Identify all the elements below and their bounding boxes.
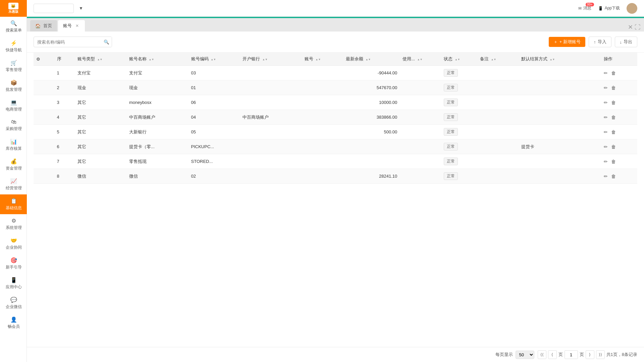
user-avatar[interactable] — [627, 3, 637, 14]
col-bank-sort[interactable]: ▲▼ — [262, 58, 268, 61]
col-note-sort[interactable]: ▲▼ — [491, 58, 496, 61]
col-code[interactable]: 账号编码 ▲▼ — [189, 53, 240, 66]
col-type-sort[interactable]: ▲▼ — [97, 58, 103, 61]
delete-button[interactable]: 🗑 — [611, 129, 616, 135]
col-balance-sort[interactable]: ▲▼ — [366, 58, 371, 61]
sidebar-item-enterprise-agreement[interactable]: 🤝 企业协同 — [0, 234, 27, 254]
per-page-select[interactable]: 50 10 20 100 — [516, 351, 534, 359]
topbar-dropdown[interactable]: ▼ — [79, 6, 83, 11]
edit-button[interactable]: ✏ — [604, 100, 608, 105]
edit-button[interactable]: ✏ — [604, 115, 608, 120]
table-row: 8 微信 微信 02 28241.10 正常 ✏ 🗑 — [34, 169, 637, 184]
message-icon: ✉ — [578, 6, 582, 11]
footer: 每页显示 50 10 20 100 ⟨⟨ ⟨ 页 页 ⟩ ⟩⟩ 共1页，8条记录 — [27, 347, 644, 362]
delete-button[interactable]: 🗑 — [611, 174, 616, 179]
edit-button[interactable]: ✏ — [604, 129, 608, 135]
row-balance: 10000.00 — [343, 95, 400, 110]
row-type: 其它 — [75, 125, 126, 139]
tab-close-all-icon[interactable]: ✕ — [628, 23, 633, 31]
sidebar-item-new-guide[interactable]: 🎯 新手引导 — [0, 254, 27, 274]
row-use — [400, 125, 441, 139]
col-bank[interactable]: 开户银行 ▲▼ — [240, 53, 302, 66]
edit-button[interactable]: ✏ — [604, 174, 608, 179]
last-page-button[interactable]: ⟩⟩ — [596, 350, 605, 359]
col-status-label: 状态 — [444, 56, 452, 61]
col-default-settlement[interactable]: 默认结算方式 ▲▼ — [519, 53, 601, 66]
operations-mgmt-icon: 📈 — [10, 178, 17, 184]
sidebar-item-member[interactable]: 👤 畅会员 — [0, 313, 27, 333]
row-balance: -90444.00 — [343, 66, 400, 80]
edit-button[interactable]: ✏ — [604, 159, 608, 164]
col-name-sort[interactable]: ▲▼ — [149, 58, 154, 61]
row-use — [400, 66, 441, 80]
edit-button[interactable]: ✏ — [604, 70, 608, 76]
col-default-settlement-sort[interactable]: ▲▼ — [550, 58, 555, 61]
col-use-sort[interactable]: ▲▼ — [417, 58, 423, 61]
sidebar-item-purchase-mgmt[interactable]: 🛍 采购管理 — [0, 116, 27, 135]
sidebar-item-app-center[interactable]: 📱 应用中心 — [0, 274, 27, 293]
app-download-button[interactable]: 📱 App下载 — [598, 5, 620, 11]
app-download-icon: 📱 — [598, 6, 603, 11]
col-use[interactable]: 使用... ▲▼ — [400, 53, 441, 66]
delete-button[interactable]: 🗑 — [611, 144, 616, 149]
next-page-button[interactable]: ⟩ — [586, 350, 594, 359]
delete-button[interactable]: 🗑 — [611, 115, 616, 120]
tab-home[interactable]: 🏠 首页 — [30, 20, 57, 32]
col-account[interactable]: 账号 ▲▼ — [302, 53, 343, 66]
sidebar-item-system-mgmt[interactable]: ⚙ 系统管理 — [0, 214, 27, 234]
import-button[interactable]: ↑ 导入 — [589, 37, 611, 47]
sidebar-item-ecommerce-mgmt[interactable]: 💻 电商管理 — [0, 96, 27, 116]
row-account — [302, 125, 343, 139]
col-balance-label: 最新余额 — [346, 56, 363, 61]
search-input[interactable] — [34, 40, 101, 45]
delete-button[interactable]: 🗑 — [611, 100, 616, 105]
prev-page-button[interactable]: ⟨ — [548, 350, 557, 359]
sidebar-item-finance-mgmt[interactable]: 💰 资金管理 — [0, 155, 27, 175]
row-name: 提货卡（零... — [126, 139, 189, 154]
page-input[interactable] — [565, 350, 578, 359]
col-status-sort[interactable]: ▲▼ — [455, 58, 460, 61]
sidebar-item-search-menu[interactable]: 🔍 搜索菜单 — [0, 17, 27, 37]
sidebar-item-enterprise-wechat[interactable]: 💬 企业微信 — [0, 293, 27, 313]
first-page-button[interactable]: ⟨⟨ — [538, 350, 546, 359]
search-button[interactable]: 🔍 — [101, 37, 112, 47]
col-note[interactable]: 备注 ▲▼ — [477, 53, 519, 66]
edit-button[interactable]: ✏ — [604, 144, 608, 149]
sidebar-item-retail-mgmt[interactable]: 🛒 零售管理 — [0, 56, 27, 76]
delete-button[interactable]: 🗑 — [611, 70, 616, 76]
export-button[interactable]: ↓ 导出 — [615, 37, 638, 47]
row-account — [302, 66, 343, 80]
tab-account[interactable]: 账号 ✕ — [58, 20, 85, 32]
row-default-settlement — [519, 125, 601, 139]
col-account-sort[interactable]: ▲▼ — [316, 58, 321, 61]
col-name[interactable]: 账号名称 ▲▼ — [126, 53, 189, 66]
enterprise-wechat-icon: 💬 — [10, 297, 17, 303]
tab-expand-icon[interactable]: ⛶ — [635, 24, 641, 31]
topbar-search-input[interactable] — [34, 4, 74, 13]
purchase-mgmt-icon: 🛍 — [11, 119, 16, 125]
row-default-settlement — [519, 110, 601, 125]
message-button[interactable]: ✉ 消息 99+ — [578, 5, 591, 11]
col-code-sort[interactable]: ▲▼ — [211, 58, 216, 61]
topbar: ▼ ✉ 消息 99+ 📱 App下载 — [27, 0, 644, 17]
row-type: 其它 — [75, 139, 126, 154]
col-settings[interactable]: ⚙ — [34, 53, 54, 66]
col-type[interactable]: 账号类型 ▲▼ — [75, 53, 126, 66]
row-balance: 28241.10 — [343, 169, 400, 184]
col-default-settlement-label: 默认结算方式 — [521, 56, 547, 61]
row-status: 正常 — [441, 66, 477, 80]
sidebar-item-quick-nav[interactable]: ⚡ 快捷导航 — [0, 37, 27, 56]
delete-button[interactable]: 🗑 — [611, 159, 616, 164]
row-settings-cell — [34, 110, 54, 125]
sidebar-item-wholesale-mgmt[interactable]: 📦 批发管理 — [0, 76, 27, 96]
sidebar-item-operations-mgmt[interactable]: 📈 经营管理 — [0, 175, 27, 194]
sidebar-item-inventory-calc[interactable]: 📊 库存核算 — [0, 135, 27, 155]
add-account-button[interactable]: ＋ + 新增账号 — [549, 37, 585, 47]
delete-button[interactable]: 🗑 — [611, 85, 616, 90]
edit-button[interactable]: ✏ — [604, 85, 608, 90]
row-action: ✏ 🗑 — [601, 139, 637, 154]
col-status[interactable]: 状态 ▲▼ — [441, 53, 477, 66]
col-balance[interactable]: 最新余额 ▲▼ — [343, 53, 400, 66]
sidebar-item-basic-info[interactable]: 📋 基础信息 — [0, 194, 27, 214]
tab-close-button[interactable]: ✕ — [74, 23, 80, 28]
